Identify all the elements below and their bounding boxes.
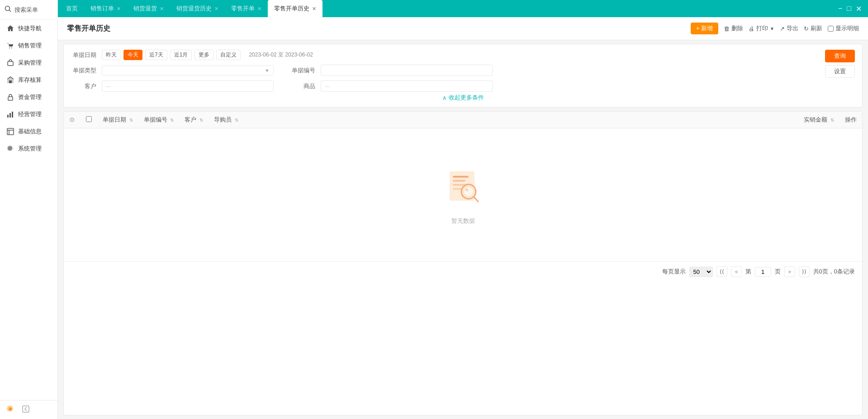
svg-rect-16 <box>453 180 465 182</box>
sidebar-item-quick-nav[interactable]: 快捷导航 <box>0 20 57 37</box>
date-btn-more[interactable]: 更多 <box>194 50 213 60</box>
page-unit: 页 <box>775 268 781 276</box>
date-btn-yesterday[interactable]: 昨天 <box>102 50 121 60</box>
sidebar-item-sales-mgmt[interactable]: 销售管理 <box>0 37 57 54</box>
sidebar-item-purchase-mgmt[interactable]: 采购管理 <box>0 54 57 71</box>
query-button[interactable]: 查询 <box>825 50 855 62</box>
col-action: 操作 <box>840 112 862 128</box>
window-controls: − □ ✕ <box>838 5 866 13</box>
print-dropdown-icon: ▼ <box>770 26 774 31</box>
last-page-button[interactable]: ⟩⟩ <box>799 266 810 277</box>
filter-section: 单据日期 昨天 今天 近7天 近1月 更多 自定义 2023-06-02 至 2… <box>63 44 863 108</box>
sidebar-item-basic-info[interactable]: 基础信息 <box>0 123 57 140</box>
empty-state: 暂无数据 <box>64 128 862 261</box>
goods-input[interactable]: ··· <box>321 80 493 92</box>
tab-sales-return[interactable]: 销货退货 ✕ <box>127 0 170 17</box>
bill-no-input[interactable] <box>321 65 493 76</box>
settings-bottom-icon[interactable] <box>6 405 14 414</box>
close-tab-sales-order[interactable]: ✕ <box>117 6 121 12</box>
tab-retail-open[interactable]: 零售开单 ✕ <box>225 0 268 17</box>
bag-icon <box>6 59 14 67</box>
date-btn-1month[interactable]: 近1月 <box>170 50 192 60</box>
close-tab-retail-open-history[interactable]: ✕ <box>312 6 316 12</box>
svg-point-2 <box>9 47 10 48</box>
bill-type-dropdown-icon: ▼ <box>265 68 270 73</box>
customer-input[interactable]: ··· <box>102 80 274 92</box>
sort-customer-icon[interactable]: ⇅ <box>199 118 203 122</box>
date-filter-buttons: 昨天 今天 近7天 近1月 更多 自定义 <box>102 50 241 60</box>
table-checkbox-header <box>81 112 97 128</box>
toolbar: + 新增 🗑 删除 🖨 打印 ▼ ↗ 导出 ↻ 刷新 <box>691 23 859 34</box>
filter-settings-button[interactable]: 设置 <box>825 65 855 78</box>
page-number-input[interactable] <box>755 267 771 277</box>
search-icon <box>5 5 12 14</box>
date-btn-today[interactable]: 今天 <box>123 50 142 60</box>
date-btn-custom[interactable]: 自定义 <box>216 50 241 60</box>
select-all-checkbox[interactable] <box>86 116 92 122</box>
svg-rect-6 <box>8 97 13 100</box>
col-date: 单据日期 ⇅ <box>97 112 138 128</box>
sort-date-icon[interactable]: ⇅ <box>129 118 133 122</box>
svg-rect-13 <box>23 406 29 412</box>
action-buttons: 查询 设置 <box>825 50 855 78</box>
date-btn-7days[interactable]: 近7天 <box>145 50 167 60</box>
tab-sales-order[interactable]: 销售订单 ✕ <box>84 0 127 17</box>
sidebar-item-operations[interactable]: 经营管理 <box>0 106 57 123</box>
cart-icon <box>6 42 14 50</box>
refresh-icon: ↻ <box>804 25 809 32</box>
sidebar: 搜索采单 快捷导航 销售管理 采购管理 库存核算 <box>0 0 58 419</box>
svg-rect-8 <box>9 113 11 118</box>
close-window-icon[interactable]: ✕ <box>856 5 862 13</box>
sidebar-label-basic-info: 基础信息 <box>18 127 42 136</box>
col-customer: 客户 ⇅ <box>179 112 209 128</box>
first-page-button[interactable]: ⟨⟨ <box>716 266 727 277</box>
svg-rect-15 <box>453 176 469 178</box>
page-header: 零售开单历史 + 新增 🗑 删除 🖨 打印 ▼ ↗ 导出 ↻ <box>58 17 868 40</box>
export-button[interactable]: ↗ 导出 <box>780 24 798 33</box>
close-tab-sales-return[interactable]: ✕ <box>160 6 164 12</box>
collapse-sidebar-icon[interactable] <box>22 405 30 414</box>
delete-button[interactable]: 🗑 删除 <box>724 24 743 33</box>
sidebar-label-sys-mgmt: 系统管理 <box>18 145 42 153</box>
sidebar-search[interactable]: 搜索采单 <box>0 0 57 20</box>
svg-rect-7 <box>7 115 9 118</box>
filter-row-date: 单据日期 昨天 今天 近7天 近1月 更多 自定义 2023-06-02 至 2… <box>71 50 818 60</box>
svg-rect-9 <box>12 112 13 118</box>
maximize-icon[interactable]: □ <box>847 5 851 13</box>
close-tab-retail-open[interactable]: ✕ <box>257 6 261 12</box>
sort-amount-icon[interactable]: ⇅ <box>830 118 834 122</box>
page-title: 零售开单历史 <box>67 24 110 33</box>
sidebar-search-label: 搜索采单 <box>14 6 38 14</box>
close-tab-sales-return-history[interactable]: ✕ <box>214 6 218 12</box>
minimize-icon[interactable]: − <box>838 5 842 13</box>
sidebar-label-quick-nav: 快捷导航 <box>18 24 42 33</box>
gear-icon <box>6 145 14 153</box>
sort-no-icon[interactable]: ⇅ <box>170 118 174 122</box>
svg-point-0 <box>5 6 10 11</box>
new-button[interactable]: + 新增 <box>691 23 718 34</box>
display-detail-button[interactable]: 显示明细 <box>828 24 859 33</box>
sidebar-item-sys-mgmt[interactable]: 系统管理 <box>0 140 57 157</box>
bill-type-select[interactable]: ▼ <box>102 66 274 75</box>
refresh-button[interactable]: ↻ 刷新 <box>804 24 822 33</box>
sort-guide-icon[interactable]: ⇅ <box>235 118 238 122</box>
tab-retail-open-history[interactable]: 零售开单历史 ✕ <box>268 0 323 17</box>
next-page-button[interactable]: ＞ <box>784 266 795 277</box>
svg-line-1 <box>9 10 11 12</box>
lock-icon <box>6 93 14 101</box>
data-table: ⚙ 单据日期 ⇅ 单据编号 ⇅ <box>64 112 862 261</box>
page-size-select[interactable]: 50 20 100 <box>689 267 713 277</box>
tab-home[interactable]: 首页 <box>60 0 84 17</box>
collapse-filter-button[interactable]: ∧ 收起更多条件 <box>442 92 484 102</box>
sidebar-item-inventory[interactable]: 库存核算 <box>0 71 57 89</box>
print-button[interactable]: 🖨 打印 ▼ <box>749 24 774 33</box>
table-settings-icon[interactable]: ⚙ <box>69 116 75 123</box>
sidebar-label-finance: 资金管理 <box>18 93 42 101</box>
content-area: 零售开单历史 + 新增 🗑 删除 🖨 打印 ▼ ↗ 导出 ↻ <box>58 17 868 419</box>
tab-sales-return-history[interactable]: 销货退货历史 ✕ <box>170 0 225 17</box>
empty-row: 暂无数据 <box>64 128 862 262</box>
display-detail-checkbox[interactable] <box>828 26 834 32</box>
sidebar-item-finance[interactable]: 资金管理 <box>0 89 57 106</box>
table-section: ⚙ 单据日期 ⇅ 单据编号 ⇅ <box>63 111 863 415</box>
prev-page-button[interactable]: ＜ <box>731 266 742 277</box>
